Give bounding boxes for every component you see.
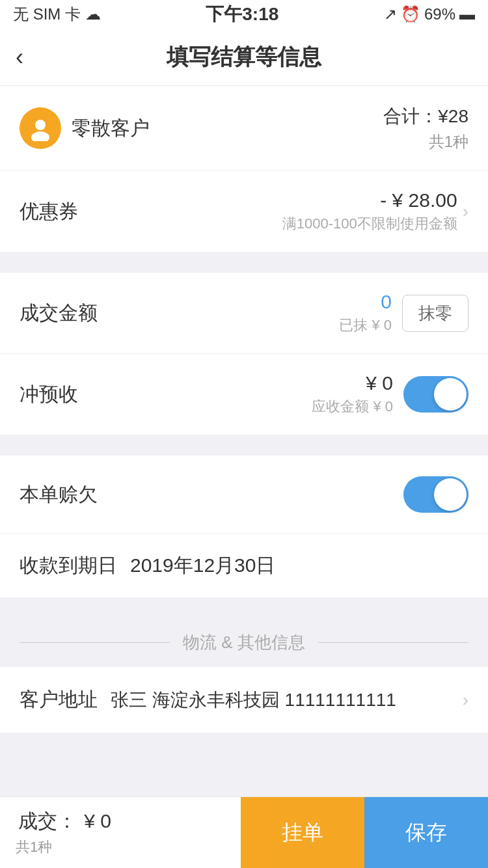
coupon-right: - ¥ 28.00 满1000-100不限制使用金额 › [282,189,468,234]
address-value: 张三 海淀永丰科技园 11111111111 [111,688,463,712]
status-right: ↗ ⏰ 69% ▬ [384,5,475,23]
bottom-deal-amount: ¥ 0 [84,810,111,832]
deal-amount-info: 0 已抹 ¥ 0 [339,291,392,335]
save-button[interactable]: 保存 [364,797,488,868]
debt-label: 本单赊欠 [20,481,98,508]
debt-toggle[interactable] [403,476,468,513]
battery-level: 69% [424,5,455,23]
due-date-row: 收款到期日 2019年12月30日 [0,534,488,597]
customer-section: 零散客户 合计：¥28 共1种 优惠券 - ¥ 28.00 满1000-100不… [0,86,488,252]
prepayment-row: 冲预收 ¥ 0 应收金额 ¥ 0 [0,354,488,435]
bottom-deal-label: 成交： ¥ 0 [16,808,225,835]
coupon-desc: 满1000-100不限制使用金额 [282,214,457,234]
round-button[interactable]: 抹零 [402,295,468,332]
already-rounded: 已抹 ¥ 0 [339,316,392,335]
prepayment-toggle[interactable] [403,376,468,413]
due-date-label: 收款到期日 [20,552,117,579]
bottom-bar: 成交： ¥ 0 共1种 挂单 保存 [0,796,488,868]
deal-amount-row: 成交金额 0 已抹 ¥ 0 抹零 [0,273,488,354]
due-date-value: 2019年12月30日 [130,552,275,579]
address-chevron-icon: › [463,690,468,711]
total-amount: 合计：¥28 [383,104,468,129]
customer-right: 合计：¥28 共1种 [383,104,468,152]
coupon-row[interactable]: 优惠券 - ¥ 28.00 满1000-100不限制使用金额 › [0,170,488,252]
svg-point-0 [35,120,46,130]
prepayment-right: ¥ 0 应收金额 ¥ 0 [312,372,468,416]
suspend-button[interactable]: 挂单 [241,797,364,868]
prepayment-amount: ¥ 0 [312,372,393,394]
back-button[interactable]: ‹ [16,44,23,71]
coupon-info: - ¥ 28.00 满1000-100不限制使用金额 [282,189,457,234]
customer-avatar [20,107,61,149]
customer-row: 零散客户 合计：¥28 共1种 [0,86,488,170]
page-title: 填写结算等信息 [167,42,321,72]
location-icon: ↗ [384,5,397,23]
toggle-knob [434,378,467,411]
nav-bar: ‹ 填写结算等信息 [0,29,488,86]
battery-icon: ▬ [459,5,475,23]
deal-amount-right: 0 已抹 ¥ 0 抹零 [339,291,468,335]
bottom-count: 共1种 [16,837,225,857]
customer-left: 零散客户 [20,107,150,149]
bottom-info: 成交： ¥ 0 共1种 [0,797,241,868]
separator-1 [0,262,488,273]
sim-status: 无 SIM 卡 ☁ [13,4,101,25]
total-count: 共1种 [383,131,468,152]
status-bar: 无 SIM 卡 ☁ 下午3:18 ↗ ⏰ 69% ▬ [0,0,488,29]
alarm-icon: ⏰ [401,5,420,23]
coupon-label: 优惠券 [20,198,78,225]
separator-3 [0,608,488,618]
receivable-amount: 应收金额 ¥ 0 [312,397,393,416]
deal-section: 成交金额 0 已抹 ¥ 0 抹零 冲预收 ¥ 0 应收金额 ¥ 0 [0,273,488,435]
deal-amount-label: 成交金额 [20,300,98,327]
prepayment-label: 冲预收 [20,381,78,408]
customer-name: 零散客户 [72,115,150,142]
logistics-line-right [318,642,468,643]
status-left: 无 SIM 卡 ☁ [13,4,101,25]
prepayment-info: ¥ 0 应收金额 ¥ 0 [312,372,393,416]
coupon-discount: - ¥ 28.00 [282,189,457,211]
logistics-line-left [20,642,170,643]
debt-section: 本单赊欠 收款到期日 2019年12月30日 [0,455,488,597]
bottom-deal-text: 成交： [18,810,77,832]
logistics-title: 物流 & 其他信息 [183,631,305,654]
svg-point-1 [31,131,49,141]
content: 零散客户 合计：¥28 共1种 优惠券 - ¥ 28.00 满1000-100不… [0,86,488,868]
logistics-header: 物流 & 其他信息 [0,618,488,667]
status-time: 下午3:18 [206,2,278,27]
debt-toggle-knob [434,478,467,511]
coupon-chevron-icon: › [463,201,468,222]
debt-row: 本单赊欠 [0,455,488,534]
address-label: 客户地址 [20,686,98,713]
address-row[interactable]: 客户地址 张三 海淀永丰科技园 11111111111 › [0,667,488,733]
deal-amount-value: 0 [339,291,392,313]
separator-2 [0,445,488,455]
